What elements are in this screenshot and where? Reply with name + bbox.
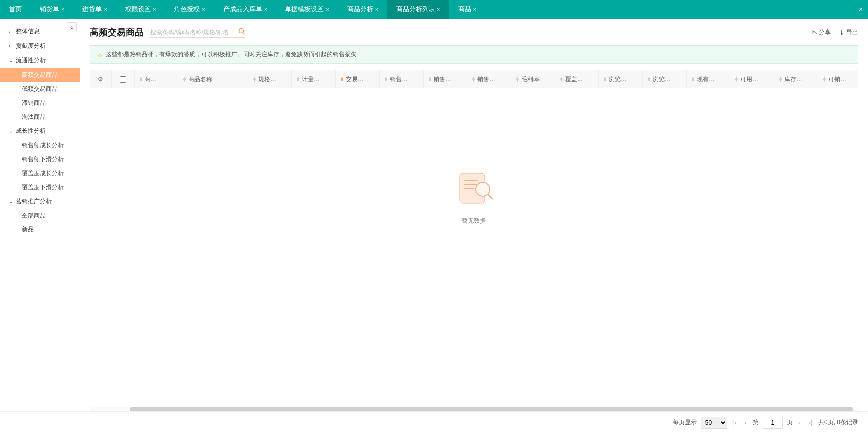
- close-icon[interactable]: ×: [473, 0, 476, 19]
- tab-label: 单据模板设置: [285, 0, 324, 19]
- column-label: 交易…: [346, 75, 364, 84]
- top-tab[interactable]: 权限设置×: [116, 0, 165, 19]
- per-page-select[interactable]: 50: [701, 417, 727, 429]
- empty-state: 暂无数据: [90, 88, 858, 407]
- close-icon[interactable]: ×: [326, 0, 329, 19]
- search-wrap: [150, 27, 245, 38]
- top-tab[interactable]: 商品分析×: [338, 0, 387, 19]
- column-header[interactable]: ▲▼库存…: [774, 70, 818, 88]
- search-input[interactable]: [150, 29, 235, 36]
- tab-label: 销货单: [40, 0, 59, 19]
- top-tab[interactable]: 单据模板设置×: [276, 0, 338, 19]
- close-icon[interactable]: ×: [437, 0, 440, 19]
- bulb-icon: ☼: [97, 51, 103, 58]
- column-header[interactable]: ▲▼销售…: [380, 70, 424, 88]
- column-label: 规格…: [258, 75, 276, 84]
- sort-icon: ▲▼: [603, 77, 607, 82]
- sort-icon: ▲▼: [384, 77, 388, 82]
- select-all-checkbox-cell: [112, 70, 135, 88]
- nav-item[interactable]: 销售额下滑分析: [0, 152, 80, 166]
- close-icon[interactable]: ×: [153, 0, 156, 19]
- nav-item[interactable]: 淘汰商品: [0, 110, 80, 124]
- column-header[interactable]: ▲▼可销…: [818, 70, 858, 88]
- nav-item[interactable]: 覆盖度成长分析: [0, 166, 80, 180]
- page-input[interactable]: [763, 417, 783, 429]
- tab-label: 角色授权: [174, 0, 200, 19]
- nav-group-title[interactable]: ›贡献度分析: [0, 39, 80, 53]
- top-tab[interactable]: 销货单×: [31, 0, 73, 19]
- column-label: 覆盖…: [565, 75, 583, 84]
- tab-label: 进货单: [82, 0, 102, 19]
- column-header[interactable]: ▲▼浏览…: [599, 70, 643, 88]
- nav-item[interactable]: 滞销商品: [0, 96, 80, 110]
- page-last-button[interactable]: ›|: [807, 419, 814, 426]
- select-all-checkbox[interactable]: [120, 76, 126, 83]
- chevron-icon: ⌄: [9, 128, 14, 134]
- column-header[interactable]: ▲▼现有…: [687, 70, 730, 88]
- nav-item[interactable]: 新品: [0, 222, 80, 236]
- close-icon[interactable]: ×: [264, 0, 267, 19]
- column-label: 浏览…: [653, 75, 671, 84]
- close-icon[interactable]: ×: [375, 0, 378, 19]
- top-tab[interactable]: 首页: [0, 0, 31, 19]
- nav-item[interactable]: 全部商品: [0, 209, 80, 222]
- horizontal-scrollbar[interactable]: [90, 407, 858, 411]
- share-button[interactable]: ⇱ 分享: [812, 28, 831, 37]
- column-label: 销售…: [390, 75, 408, 84]
- empty-text: 暂无数据: [462, 217, 486, 225]
- close-icon[interactable]: ×: [104, 0, 107, 19]
- nav-item[interactable]: 低频交易商品: [0, 82, 80, 96]
- column-settings-button[interactable]: ⚙: [90, 70, 112, 88]
- column-header[interactable]: ▲▼规格…: [248, 70, 292, 88]
- sort-icon: ▲▼: [734, 77, 739, 82]
- column-header[interactable]: ▲▼销售…: [467, 70, 511, 88]
- top-tab[interactable]: 进货单×: [73, 0, 116, 19]
- close-icon[interactable]: ×: [61, 0, 64, 19]
- nav-group-title[interactable]: ⌄流通性分析: [0, 53, 80, 68]
- page-next-button[interactable]: ›: [797, 419, 803, 426]
- nav-item[interactable]: 销售额成长分析: [0, 138, 80, 152]
- export-button[interactable]: ⭳ 导出: [839, 28, 858, 37]
- search-icon[interactable]: [238, 28, 245, 36]
- sort-icon: ▲▼: [559, 77, 564, 82]
- column-label: 商品名称: [188, 75, 212, 84]
- column-label: 可用…: [740, 75, 758, 84]
- chevron-icon: ⌄: [9, 58, 14, 63]
- nav-item[interactable]: 覆盖度下滑分析: [0, 180, 80, 194]
- nav-group-title[interactable]: ⌄成长性分析: [0, 124, 80, 138]
- top-tab[interactable]: 角色授权×: [165, 0, 214, 19]
- share-icon: ⇱: [812, 29, 817, 36]
- sort-icon: ▲▼: [296, 77, 300, 82]
- close-all-tabs-button[interactable]: ×: [853, 0, 868, 19]
- sort-icon: ▲▼: [182, 77, 187, 82]
- top-tab[interactable]: 商品分析列表×: [387, 0, 449, 19]
- column-header[interactable]: ▲▼商品名称: [178, 70, 248, 88]
- column-header[interactable]: ▲▼商…: [135, 70, 178, 88]
- sort-icon: ▲▼: [515, 77, 520, 82]
- close-icon[interactable]: ×: [202, 0, 205, 19]
- tab-label: 权限设置: [125, 0, 151, 19]
- nav-item[interactable]: 高频交易商品: [0, 68, 80, 82]
- sort-icon: ▲▼: [252, 77, 257, 82]
- top-tab[interactable]: 产成品入库单×: [214, 0, 276, 19]
- sidebar-collapse-button[interactable]: «: [67, 22, 77, 32]
- column-label: 浏览…: [609, 75, 627, 84]
- column-header[interactable]: ▲▼毛利率: [511, 70, 555, 88]
- nav-group-title[interactable]: ⌄营销推广分析: [0, 194, 80, 209]
- page-prev-button[interactable]: ‹: [743, 419, 749, 426]
- column-label: 库存…: [784, 75, 802, 84]
- top-tab[interactable]: 商品×: [449, 0, 485, 19]
- column-header[interactable]: ▲▼浏览…: [643, 70, 687, 88]
- main-content: 高频交易商品 ⇱ 分享 ⭳ 导出: [80, 19, 868, 411]
- page-first-button[interactable]: |‹: [731, 419, 739, 426]
- column-header[interactable]: ▲▼计量…: [292, 70, 336, 88]
- nav-group-label: 整体信息: [16, 27, 40, 36]
- sort-icon: ▲▼: [647, 77, 651, 82]
- column-header[interactable]: ▲▼销售…: [424, 70, 467, 88]
- gear-icon: ⚙: [98, 76, 103, 83]
- column-header[interactable]: ▲▼覆盖…: [555, 70, 599, 88]
- column-header[interactable]: ▲▼交易…: [336, 70, 380, 88]
- per-page-label: 每页显示: [673, 418, 697, 427]
- column-header[interactable]: ▲▼可用…: [730, 70, 774, 88]
- tab-label: 首页: [9, 0, 22, 19]
